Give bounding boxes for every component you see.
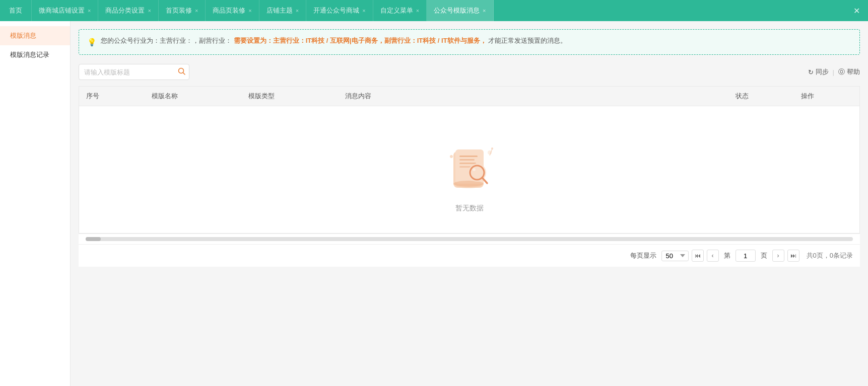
toolbar-divider: |	[833, 68, 834, 76]
close-homepage-decor-icon[interactable]: ×	[195, 8, 198, 14]
store-settings-label: 微商城店铺设置	[39, 6, 85, 15]
template-message-label: 公众号模版消息	[434, 6, 480, 15]
sidebar-item-template-msg-record[interactable]: 模版消息记录	[0, 45, 70, 64]
notice-text-suffix: 才能正常发送预置的消息。	[488, 37, 567, 44]
close-product-category-icon[interactable]: ×	[148, 8, 151, 14]
close-open-public-mall-icon[interactable]: ×	[362, 8, 365, 14]
bulb-icon: 💡	[87, 36, 97, 48]
search-bar: ↻ 同步 | ⓪ 帮助	[79, 64, 860, 80]
nav-tab-template-message[interactable]: 公众号模版消息 ×	[427, 0, 493, 21]
prev-page-button[interactable]: ‹	[707, 250, 719, 262]
page-size-select[interactable]: 50 10 20 100	[661, 251, 689, 261]
page-size-label: 每页显示	[630, 251, 656, 260]
sidebar-item-template-msg-label: 模版消息	[10, 32, 36, 39]
notice-text-prefix: 您的公众号行业为：主营行业：，副营行业：	[101, 37, 232, 44]
col-action: 操作	[794, 87, 860, 106]
pagination-total: 共0页，0条记录	[807, 251, 853, 260]
col-name: 模版名称	[145, 87, 241, 106]
empty-text: 暂无数据	[455, 204, 484, 213]
svg-point-17	[491, 147, 493, 149]
svg-rect-6	[459, 159, 475, 161]
close-template-message-icon[interactable]: ×	[483, 8, 486, 14]
col-status: 状态	[728, 87, 794, 106]
svg-line-1	[183, 73, 185, 75]
nav-tab-custom-menu[interactable]: 自定义菜单 ×	[373, 0, 427, 21]
table-container: 序号 模版名称 模版类型 消息内容 状态 操作	[79, 86, 860, 267]
search-input[interactable]	[79, 64, 189, 80]
close-store-settings-icon[interactable]: ×	[88, 8, 91, 14]
sidebar-item-template-msg-record-label: 模版消息记录	[10, 51, 49, 58]
nav-tab-open-public-mall[interactable]: 开通公众号商城 ×	[306, 0, 373, 21]
toolbar-right: ↻ 同步 | ⓪ 帮助	[808, 67, 860, 76]
page-word: 页	[761, 251, 767, 260]
empty-illustration	[439, 136, 500, 197]
empty-state: 暂无数据	[79, 106, 859, 233]
svg-rect-5	[459, 156, 478, 157]
empty-row: 暂无数据	[79, 106, 860, 234]
top-nav: 首页 微商城店铺设置 × 商品分类设置 × 首页装修 × 商品页装修 × 店铺主…	[0, 0, 868, 21]
next-page-button[interactable]: ›	[772, 250, 784, 262]
notice-text: 您的公众号行业为：主营行业：，副营行业： 需要设置为：主营行业：IT科技 / 互…	[101, 36, 567, 46]
home-tab-label: 首页	[9, 6, 22, 15]
page-number-input[interactable]	[736, 250, 756, 262]
nav-tab-store-settings[interactable]: 微商城店铺设置 ×	[32, 0, 98, 21]
table-body: 暂无数据	[79, 106, 860, 234]
store-theme-label: 店铺主题	[266, 6, 293, 15]
data-table: 序号 模版名称 模版类型 消息内容 状态 操作	[79, 86, 860, 234]
sync-button[interactable]: ↻ 同步	[808, 67, 829, 76]
close-all-button[interactable]: ✕	[845, 6, 868, 16]
search-button[interactable]	[178, 67, 185, 76]
svg-point-9	[453, 181, 484, 187]
help-button[interactable]: ⓪ 帮助	[838, 67, 860, 76]
table-header-row: 序号 模版名称 模版类型 消息内容 状态 操作	[79, 87, 860, 106]
notice-highlight-text: 需要设置为：主营行业：IT科技 / 互联网|电子商务，副营行业：IT科技 / I…	[234, 37, 487, 44]
svg-rect-7	[459, 163, 476, 164]
open-public-mall-label: 开通公众号商城	[313, 6, 359, 15]
sync-icon: ↻	[808, 68, 814, 76]
help-circle-icon: ⓪	[838, 67, 845, 76]
homepage-decor-label: 首页装修	[166, 6, 192, 15]
nav-tab-product-category[interactable]: 商品分类设置 ×	[98, 0, 158, 21]
sidebar: 模版消息 模版消息记录	[0, 21, 71, 386]
nav-tab-store-theme[interactable]: 店铺主题 ×	[259, 0, 306, 21]
first-page-button[interactable]: ⏮	[692, 250, 704, 262]
close-product-page-decor-icon[interactable]: ×	[248, 8, 251, 14]
col-content: 消息内容	[338, 87, 728, 106]
close-custom-menu-icon[interactable]: ×	[416, 8, 419, 14]
page-prefix: 第	[724, 251, 730, 260]
close-store-theme-icon[interactable]: ×	[296, 8, 299, 14]
sidebar-item-template-msg[interactable]: 模版消息	[0, 26, 70, 45]
col-index: 序号	[79, 87, 145, 106]
search-input-wrap	[79, 64, 189, 80]
scrollbar-thumb[interactable]	[86, 237, 101, 241]
sync-label: 同步	[816, 67, 829, 76]
horizontal-scrollbar[interactable]	[86, 237, 853, 241]
nav-tab-product-page-decor[interactable]: 商品页装修 ×	[206, 0, 259, 21]
col-type: 模版类型	[241, 87, 338, 106]
nav-tab-home[interactable]: 首页	[0, 0, 32, 21]
product-category-label: 商品分类设置	[105, 6, 145, 15]
svg-point-14	[450, 155, 453, 158]
custom-menu-label: 自定义菜单	[380, 6, 413, 15]
help-label: 帮助	[847, 67, 860, 76]
notice-banner: 💡 您的公众号行业为：主营行业：，副营行业： 需要设置为：主营行业：IT科技 /…	[79, 29, 860, 55]
pagination: 每页显示 50 10 20 100 ⏮ ‹ 第 页 › ⏭ 共0页，0条记录	[79, 244, 860, 267]
main-layout: 模版消息 模版消息记录 💡 您的公众号行业为：主营行业：，副营行业： 需要设置为…	[0, 21, 868, 386]
last-page-button[interactable]: ⏭	[787, 250, 799, 262]
scroll-bar-area	[79, 234, 860, 244]
nav-tab-homepage-decor[interactable]: 首页装修 ×	[159, 0, 206, 21]
svg-point-13	[473, 168, 476, 171]
product-page-decor-label: 商品页装修	[213, 6, 245, 15]
content-area: 💡 您的公众号行业为：主营行业：，副营行业： 需要设置为：主营行业：IT科技 /…	[71, 21, 868, 386]
